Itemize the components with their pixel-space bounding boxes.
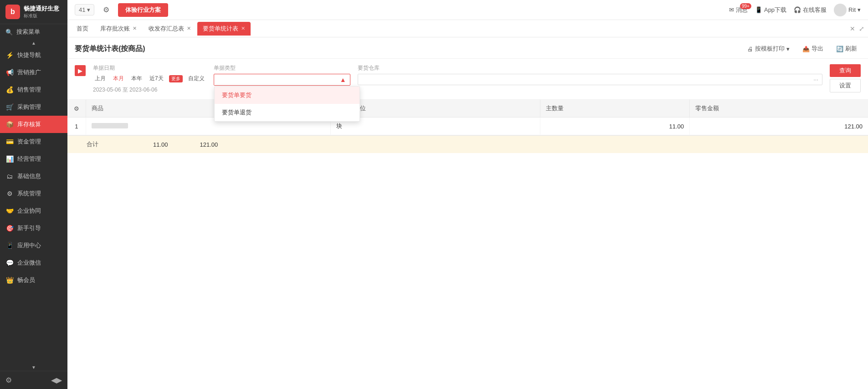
dropdown-item-order[interactable]: 要货单要货 [215,87,360,104]
sidebar-item-guide[interactable]: 🎯 新手引导 [0,220,67,237]
query-button[interactable]: 查询 [830,64,861,77]
warehouse-input-row: ··· [358,74,822,85]
search-menu[interactable]: 🔍 搜索菜单 [0,24,67,40]
filter-buttons: 查询 设置 [830,64,861,92]
cell-amount: 121.00 [689,118,868,135]
purchase-icon: 🛒 [5,103,14,111]
export-button[interactable]: 📤 导出 [799,43,827,55]
tab-expand-icon[interactable]: ⤢ [859,25,864,32]
date-filter-group: 单据日期 上月 本月 本年 近7天 更多 自定义 2023-05-06 至 20… [93,64,206,94]
sidebar-item-system[interactable]: ⚙ 系统管理 [0,185,67,202]
sidebar-item-label: 新手引导 [17,224,41,232]
warehouse-filter-label: 要货仓库 [358,64,822,72]
trial-button[interactable]: 体验行业方案 [118,3,168,17]
sidebar-item-label: 经营管理 [17,155,41,163]
sidebar-item-sales[interactable]: 💰 销售管理 [0,81,67,98]
tab-bar-actions: ✕ ⤢ [850,25,864,32]
wechat-icon: 💬 [5,259,14,266]
tab-receivable-close[interactable]: ✕ [187,26,191,31]
online-service-button[interactable]: 🎧 在线客服 [794,6,827,14]
warehouse-filter-group: 要货仓库 ··· [358,64,822,85]
type-dropdown: 要货单要货 要货单退货 [214,86,360,122]
sidebar-item-appstore[interactable]: 📱 应用中心 [0,237,67,254]
sidebar-item-operation[interactable]: 📊 经营管理 [0,150,67,168]
shortcut-custom[interactable]: 自定义 [186,74,206,83]
sidebar-item-quick-nav[interactable]: ⚡ 快捷导航 [0,46,67,64]
footer-total-quantity: 11.00 [98,141,168,148]
table-footer: 合计 11.00 121.00 [67,135,868,153]
page-header: 要货单统计表(按商品) 🖨 按模板打印 ▾ 📤 导出 🔄 刷新 [67,37,868,59]
shortcut-last-month[interactable]: 上月 [93,74,108,83]
table-header-row: ⚙ 商品 主计量单位 主数量 零售金额 [67,100,868,118]
tab-receivable-summary[interactable]: 收发存汇总表 ✕ [143,22,196,36]
collapse-icon[interactable]: ◀▶ [51,376,62,384]
user-menu[interactable]: Rit ▾ [834,4,861,16]
tab-order-close[interactable]: ✕ [241,26,245,31]
sidebar-item-member[interactable]: 👑 畅会员 [0,271,67,289]
print-button[interactable]: 🖨 按模板打印 ▾ [744,43,793,55]
refresh-icon: 🔄 [836,46,843,52]
tab-order-summary[interactable]: 要货单统计表 ✕ [197,22,251,36]
warehouse-more-icon[interactable]: ··· [810,74,822,85]
chevron-down-icon: ▾ [87,6,90,13]
print-icon: 🖨 [747,46,753,52]
footer-total-label: 合计 [73,140,98,148]
settings-button[interactable]: 设置 [830,79,861,92]
settings-icon[interactable]: ⚙ [5,376,12,384]
type-input[interactable] [214,75,336,85]
sidebar-item-label: 畅会员 [17,276,35,284]
logo-main: 畅捷通好生意 [24,5,59,13]
sidebar-item-label: 应用中心 [17,241,41,250]
page-actions: 🖨 按模板打印 ▾ 📤 导出 🔄 刷新 [744,43,861,55]
col-settings[interactable]: ⚙ [67,100,86,118]
sidebar-item-wechat[interactable]: 💬 企业微信 [0,254,67,271]
enterprise-icon: 🤝 [5,207,14,215]
tab-home[interactable]: 首页 [71,22,94,36]
page-title: 要货单统计表(按商品) [75,44,145,54]
store-selector[interactable]: 41 ▾ [75,4,94,15]
message-badge: 99+ [740,3,751,9]
app-download-button[interactable]: 📱 App下载 [755,6,786,14]
inventory-icon: 📦 [5,121,14,128]
sidebar-item-label: 库存核算 [17,120,41,128]
shortcut-this-year[interactable]: 本年 [129,74,144,83]
sidebar-item-enterprise[interactable]: 🤝 企业协同 [0,202,67,220]
sidebar-item-basic[interactable]: 🗂 基础信息 [0,168,67,185]
dropdown-item-return[interactable]: 要货单退货 [215,104,360,121]
col-amount: 零售金额 [689,100,868,118]
finance-icon: 💳 [5,138,14,145]
sidebar-item-finance[interactable]: 💳 资金管理 [0,133,67,150]
sidebar-item-label: 系统管理 [17,189,41,198]
tab-close-all-icon[interactable]: ✕ [850,25,855,32]
header-settings-icon[interactable]: ⚙ [100,4,113,16]
header-left: 41 ▾ ⚙ 体验行业方案 [75,3,168,17]
export-icon: 📤 [802,46,810,52]
cell-quantity: 11.00 [540,118,690,135]
sidebar-item-purchase[interactable]: 🛒 采购管理 [0,98,67,116]
sidebar-scroll-up[interactable]: ▲ [0,40,67,46]
shortcut-this-month[interactable]: 本月 [111,74,126,83]
sidebar-item-label: 基础信息 [17,172,41,180]
type-dropdown-arrow[interactable]: ▲ [336,74,350,85]
search-label: 搜索菜单 [16,28,40,36]
sidebar-scroll-down[interactable]: ▼ [0,364,67,371]
tab-batch-account[interactable]: 库存批次账 ✕ [95,22,142,36]
refresh-button[interactable]: 🔄 刷新 [832,43,861,55]
header-right: ✉ 消息 99+ 📱 App下载 🎧 在线客服 Rit ▾ [729,4,861,16]
shortcut-last-7-days[interactable]: 近7天 [148,74,165,83]
warehouse-input[interactable] [358,74,810,85]
table-row: 1 块 11.00 121.00 [67,118,868,135]
sidebar-item-label: 销售管理 [17,86,41,94]
messages-button[interactable]: ✉ 消息 99+ [729,6,748,14]
sidebar-item-inventory[interactable]: 📦 库存核算 [0,116,67,133]
phone-icon: 📱 [755,6,762,13]
online-service-label: 在线客服 [803,6,827,14]
quick-nav-icon: ⚡ [5,51,14,59]
filter-expand-button[interactable]: ▶ [75,65,86,76]
date-more-badge[interactable]: 更多 [169,75,183,82]
sidebar-item-marketing[interactable]: 📢 营销推广 [0,64,67,81]
appstore-icon: 📱 [5,242,14,249]
sidebar-item-label: 企业微信 [17,259,41,267]
tab-batch-close[interactable]: ✕ [133,26,137,31]
sidebar-item-label: 企业协同 [17,207,41,215]
